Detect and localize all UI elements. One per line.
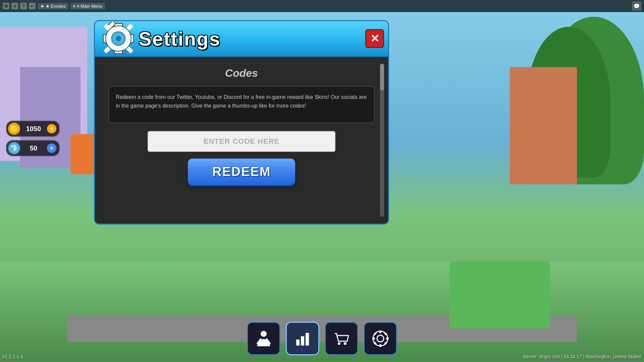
diamond-currency: 💎 50 + (6, 140, 60, 156)
roblox-home-icon[interactable]: ⊞ (3, 3, 9, 9)
gold-icon: 🟡 (8, 123, 20, 135)
svg-rect-5 (301, 336, 304, 346)
modal-title: Settings (139, 27, 221, 50)
bg-green-ramp (449, 261, 550, 328)
currency-container: 🟡 1050 + 💎 50 + (6, 121, 60, 156)
settings-modal: Settings ✕ Codes Redeem a code from our … (94, 20, 389, 225)
emotes-label: ★ Emotes (46, 4, 66, 9)
scrollbar[interactable] (380, 64, 384, 217)
characters-button[interactable] (247, 322, 280, 355)
svg-point-3 (261, 331, 267, 337)
svg-point-2 (116, 36, 121, 41)
modal-body: Codes Redeem a code from our Twitter, Yo… (94, 57, 389, 225)
emotes-star-icon: ★ (40, 4, 44, 9)
leaderboard-button[interactable] (286, 322, 319, 355)
codes-description: Redeem a code from our Twitter, Youtube,… (108, 86, 375, 123)
svg-rect-13 (372, 338, 375, 340)
redeem-button[interactable]: REDEEM (188, 159, 295, 185)
svg-point-8 (344, 342, 346, 345)
roblox-menu-icon[interactable]: ≡ (11, 3, 18, 9)
chat-icon[interactable]: 💬 (632, 1, 641, 11)
leaderboard-icon (293, 329, 312, 348)
diamond-plus-button[interactable]: + (47, 143, 56, 153)
characters-icon (255, 329, 273, 348)
svg-rect-14 (386, 338, 389, 340)
bottom-toolbar (247, 322, 397, 355)
topbar-right: 💬 (632, 1, 641, 11)
server-info: Server: Angry Ichi | 04:34:17 | Washingt… (523, 354, 641, 359)
svg-point-10 (377, 335, 384, 342)
bg-orange-object (70, 134, 97, 174)
topbar: ⊞ ≡ ? ↩ ★ ★ Emotes ≡ ≡ Main Menu 💬 (0, 0, 644, 12)
emotes-button[interactable]: ★ ★ Emotes (38, 3, 68, 9)
shop-button[interactable] (325, 322, 358, 355)
gold-currency: 🟡 1050 + (6, 121, 60, 137)
settings-button[interactable] (364, 322, 397, 355)
gold-plus-button[interactable]: + (47, 124, 56, 133)
modal-close-button[interactable]: ✕ (365, 29, 384, 48)
main-menu-label: ≡ Main Menu (77, 4, 102, 9)
settings-toolbar-icon (371, 329, 390, 348)
diamond-icon: 💎 (8, 142, 20, 154)
bg-building-right (510, 67, 577, 184)
main-menu-button[interactable]: ≡ ≡ Main Menu (70, 3, 105, 9)
svg-rect-4 (296, 340, 300, 346)
back-icon[interactable]: ↩ (29, 3, 36, 9)
code-input[interactable] (148, 131, 335, 152)
help-icon[interactable]: ? (20, 3, 27, 9)
main-menu-icon: ≡ (73, 4, 76, 9)
svg-point-7 (338, 342, 340, 345)
codes-section-title: Codes (108, 67, 375, 79)
diamond-value: 50 (22, 144, 45, 152)
svg-rect-6 (306, 333, 309, 346)
settings-gear-icon (102, 22, 135, 55)
gold-value: 1050 (22, 125, 45, 133)
svg-rect-11 (379, 330, 381, 333)
svg-rect-12 (379, 344, 381, 347)
modal-header: Settings ✕ (94, 20, 389, 57)
shop-icon (332, 329, 351, 348)
scrollbar-thumb[interactable] (380, 64, 384, 90)
version-text: v1.2.1.1.4 (3, 354, 23, 359)
